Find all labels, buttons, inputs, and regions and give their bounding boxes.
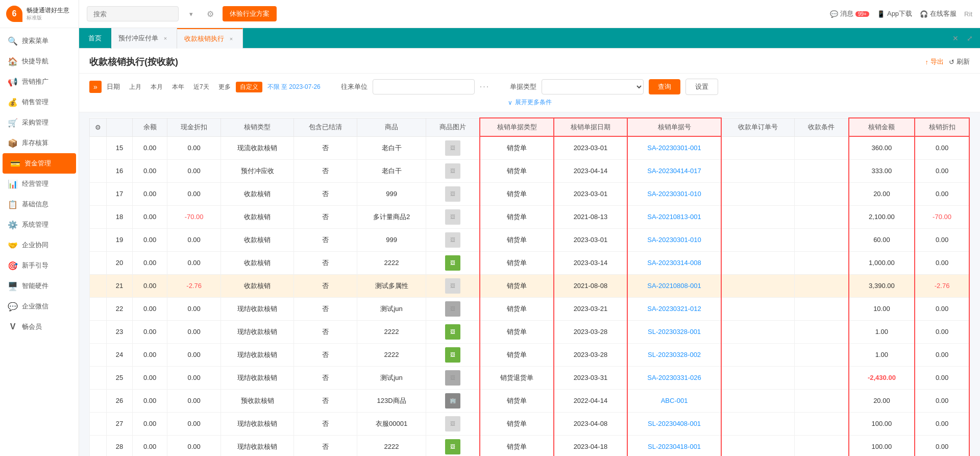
sidebar-item-vip[interactable]: V 畅会员	[0, 317, 79, 337]
cell-verify-doc-date: 2023-03-14	[554, 251, 627, 274]
cell-verify-doc-no[interactable]: SL-20230328-002	[627, 343, 721, 366]
cell-verify-amount: 360.00	[849, 136, 915, 159]
tab-home[interactable]: 首页	[79, 28, 111, 49]
expand-more-btn[interactable]: ∨ 展开更多条件	[89, 98, 970, 107]
verify-doc-link[interactable]: SL-20230328-002	[648, 351, 701, 358]
verify-doc-link[interactable]: SL-20230328-001	[648, 328, 701, 335]
tab-close-receipts[interactable]: ×	[227, 35, 235, 43]
from-unit-input[interactable]	[373, 79, 475, 94]
refresh-button[interactable]: ↺ 刷新	[949, 57, 970, 66]
maximize-window-icon[interactable]: ⤢	[965, 33, 975, 43]
tab-receipts[interactable]: 收款核销执行 ×	[177, 28, 243, 49]
verify-doc-link[interactable]: SA-20230301-010	[647, 236, 701, 244]
verify-doc-link[interactable]: ABC-001	[661, 397, 688, 404]
cell-settings	[90, 205, 107, 228]
sidebar-item-hardware[interactable]: 🖥️ 智能硬件	[0, 276, 79, 296]
cell-verify-doc-no[interactable]: SL-20230418-001	[627, 435, 721, 456]
sidebar-item-guide[interactable]: 🎯 新手引导	[0, 255, 79, 276]
tab-prepay[interactable]: 预付冲应付单 ×	[111, 28, 177, 49]
sidebar-item-system[interactable]: ⚙️ 系统管理	[0, 214, 79, 235]
verify-doc-link[interactable]: SL-20230408-001	[648, 420, 701, 427]
app-download-action[interactable]: 📱 App下载	[877, 9, 912, 18]
verify-doc-link[interactable]: SL-20230418-001	[648, 443, 701, 450]
cell-receipt-condition	[795, 251, 849, 274]
col-row-num	[107, 118, 133, 136]
sidebar-menu: 🔍 搜索菜单 🏠 快捷导航 📢 营销推广 💰 销售管理 🛒 采购管理 📦 库存核…	[0, 28, 79, 456]
online-service-action[interactable]: 🎧 在线客服	[920, 9, 957, 18]
col-verify-doc-no: 核销单据号	[627, 118, 721, 136]
settings-icon[interactable]: ⚙	[203, 7, 217, 21]
sidebar-item-operation[interactable]: 📊 经营管理	[0, 174, 79, 194]
col-goods-image: 商品图片	[426, 118, 480, 136]
voucher-type-select[interactable]	[542, 79, 644, 94]
sidebar-item-purchase[interactable]: 🛒 采购管理	[0, 112, 79, 133]
col-settings[interactable]: ⚙	[90, 118, 107, 136]
filter-expand-button[interactable]: »	[89, 81, 102, 93]
message-action[interactable]: 💬 消息 99+	[830, 9, 869, 18]
date-7days[interactable]: 近7天	[189, 82, 213, 92]
sidebar-item-marketing[interactable]: 📢 营销推广	[0, 71, 79, 92]
verify-doc-link[interactable]: SA-20230331-026	[647, 374, 701, 381]
sidebar-item-wechat[interactable]: 💬 企业微信	[0, 296, 79, 317]
verify-doc-link[interactable]: SA-20210813-001	[647, 213, 701, 221]
cell-verify-doc-no[interactable]: SA-20210813-001	[627, 205, 721, 228]
verify-doc-link[interactable]: SA-20210808-001	[647, 282, 701, 290]
cell-verify-doc-no[interactable]: SA-20230301-010	[627, 228, 721, 251]
cell-verify-discount: 0.00	[915, 320, 969, 343]
filter-settings-button[interactable]: 设置	[685, 79, 718, 95]
date-this-year[interactable]: 本年	[168, 82, 188, 92]
cell-verify-doc-no[interactable]: SL-20230408-001	[627, 412, 721, 435]
cell-verify-doc-no[interactable]: SA-20230331-026	[627, 366, 721, 389]
tab-close-prepay[interactable]: ×	[161, 34, 169, 42]
cell-verify-doc-no[interactable]: SA-20230414-017	[627, 159, 721, 182]
verify-doc-link[interactable]: SA-20230414-017	[647, 167, 701, 175]
date-more[interactable]: 更多	[214, 82, 235, 92]
cell-receipt-order-no	[721, 297, 795, 320]
sidebar-item-basic[interactable]: 📋 基础信息	[0, 194, 79, 214]
verify-doc-link[interactable]: SA-20230314-008	[647, 259, 701, 267]
download-icon: 📱	[877, 10, 885, 18]
table-row: 25 0.00 0.00 现结收款核销 否 测试jun 🖼 销货退货单 2023…	[90, 366, 970, 389]
cell-verify-discount: 0.00	[915, 159, 969, 182]
cell-verify-doc-no[interactable]: SA-20230301-001	[627, 136, 721, 159]
cell-settings	[90, 366, 107, 389]
cell-verify-doc-no[interactable]: SA-20230314-008	[627, 251, 721, 274]
cell-goods: 多计量商品2	[357, 205, 426, 228]
close-window-icon[interactable]: ✕	[950, 33, 961, 43]
export-button[interactable]: ↑ 导出	[925, 57, 944, 66]
cell-verify-doc-no[interactable]: SA-20230301-010	[627, 182, 721, 205]
date-custom[interactable]: 自定义	[236, 82, 262, 92]
date-this-month[interactable]: 本月	[146, 82, 167, 92]
cell-verify-doc-no[interactable]: SA-20230321-012	[627, 297, 721, 320]
cell-balance: 0.00	[133, 366, 167, 389]
verify-doc-link[interactable]: SA-20230301-001	[647, 144, 701, 152]
query-button[interactable]: 查询	[649, 79, 680, 94]
sidebar-item-sales[interactable]: 💰 销售管理	[0, 92, 79, 112]
date-last-month[interactable]: 上月	[125, 82, 145, 92]
cell-include-settled: 否	[294, 274, 357, 297]
cell-verify-doc-no[interactable]: ABC-001	[627, 389, 721, 412]
app-logo: 6 畅捷通谱好生意 标准版	[0, 0, 79, 28]
cell-verify-doc-no[interactable]: SL-20230328-001	[627, 320, 721, 343]
cell-verify-amount: 2,100.00	[849, 205, 915, 228]
cell-verify-discount: 0.00	[915, 412, 969, 435]
username-label: Rit	[964, 10, 972, 18]
search-input[interactable]	[87, 6, 179, 21]
sidebar-item-search[interactable]: 🔍 搜索菜单	[0, 31, 79, 51]
sidebar-item-fund[interactable]: 💳 资金管理	[3, 153, 76, 174]
sidebar-item-quick-nav[interactable]: 🏠 快捷导航	[0, 51, 79, 71]
cell-verify-doc-no[interactable]: SA-20210808-001	[627, 274, 721, 297]
cell-verify-doc-type: 销货单	[480, 412, 553, 435]
cell-cash-discount: 0.00	[167, 435, 220, 456]
verify-doc-link[interactable]: SA-20230301-010	[647, 190, 701, 198]
sidebar-item-inventory[interactable]: 📦 库存核算	[0, 133, 79, 153]
industry-btn[interactable]: 休验行业方案	[223, 6, 277, 21]
cell-verify-doc-type: 销货单	[480, 251, 553, 274]
cell-balance: 0.00	[133, 274, 167, 297]
verify-doc-link[interactable]: SA-20230321-012	[647, 305, 701, 313]
dropdown-arrow-icon[interactable]: ▾	[184, 7, 198, 21]
sidebar-item-collab[interactable]: 🤝 企业协同	[0, 235, 79, 255]
table-row: 18 0.00 -70.00 收款核销 否 多计量商品2 🖼 销货单 2021-…	[90, 205, 970, 228]
cell-settings	[90, 435, 107, 456]
filter-row: » 日期 上月 本月 本年 近7天 更多 自定义 不限 至 2023-07-26…	[89, 79, 970, 95]
